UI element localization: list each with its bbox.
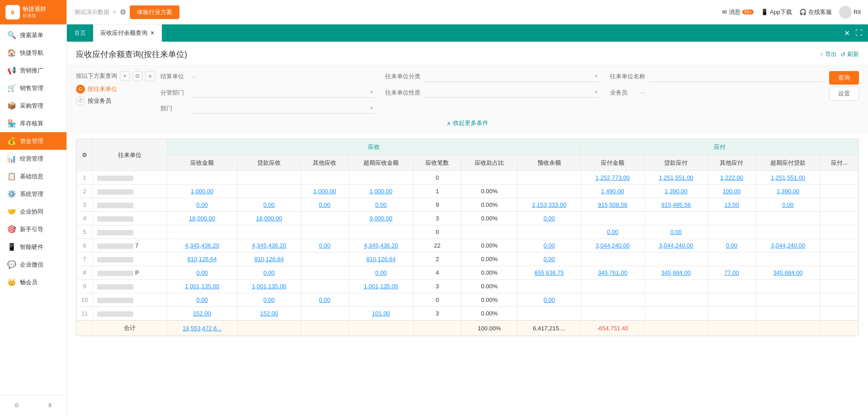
export-button[interactable]: ↑ 导出 bbox=[821, 50, 837, 58]
receivable-cell[interactable]: 4,345,436.20 bbox=[167, 239, 237, 253]
loan_recv-cell[interactable]: 0.00 bbox=[237, 293, 301, 307]
sidebar-item-member[interactable]: 👑畅会员 bbox=[0, 273, 66, 291]
field-input-pname[interactable] bbox=[649, 71, 824, 82]
table-settings-th[interactable]: ⚙ bbox=[77, 139, 93, 171]
tab-home[interactable]: 首页 bbox=[67, 24, 93, 42]
other_recv-cell[interactable]: 0.00 bbox=[301, 293, 349, 307]
loan_recv-cell[interactable]: 152.00 bbox=[237, 307, 301, 321]
loan_recv-cell[interactable]: 1,001,135.00 bbox=[237, 280, 301, 293]
prepay-cell[interactable]: 0.00 bbox=[518, 253, 581, 266]
sidebar-item-inventory[interactable]: 🏪库存核算 bbox=[0, 114, 66, 132]
prepay-cell[interactable]: 655,636.75 bbox=[518, 266, 581, 280]
receivable-cell[interactable]: 810,126.64 bbox=[167, 253, 237, 266]
add-scheme-btn[interactable]: + bbox=[120, 71, 130, 81]
sidebar-item-marketing[interactable]: 📢营销推广 bbox=[0, 62, 66, 79]
collapse-scheme-btn[interactable]: « bbox=[145, 71, 155, 81]
overdue_recv-cell[interactable]: 4,345,436.20 bbox=[349, 239, 413, 253]
overdue_pay-cell[interactable]: 345,684.00 bbox=[755, 266, 820, 280]
sidebar-item-finance[interactable]: 💰资金管理 bbox=[0, 132, 66, 150]
payable-cell[interactable]: 345,761.00 bbox=[581, 266, 644, 280]
collapse-btn[interactable]: ⏸ bbox=[44, 399, 56, 411]
receivable-cell[interactable]: 152.00 bbox=[167, 307, 237, 321]
overdue_pay-cell[interactable]: 1,251,551.00 bbox=[755, 171, 820, 185]
sidebar-item-sales[interactable]: 🛒销售管理 bbox=[0, 79, 66, 97]
overdue_recv-cell[interactable]: 0.00 bbox=[349, 266, 413, 280]
payable-cell[interactable]: 1,490.00 bbox=[581, 185, 644, 198]
scheme-by-partner[interactable]: G 按往来单位 bbox=[76, 85, 155, 94]
sidebar-item-base[interactable]: 📋基础信息 bbox=[0, 167, 66, 185]
loan_pay-cell[interactable]: 915,495.56 bbox=[644, 198, 708, 212]
service-action[interactable]: 🎧 在线客服 bbox=[799, 8, 832, 16]
receivable-cell[interactable]: 0.00 bbox=[167, 293, 237, 307]
tab-expand-btn[interactable]: ⛶ bbox=[854, 27, 864, 39]
other_pay-cell[interactable]: 1,222.00 bbox=[708, 171, 756, 185]
sidebar-item-wechat[interactable]: 💬企业微信 bbox=[0, 256, 66, 273]
settings-button[interactable]: 设置 bbox=[829, 86, 859, 101]
receivable-cell[interactable]: 1,001,135.00 bbox=[167, 280, 237, 293]
field-select-dept[interactable]: ▼ bbox=[191, 87, 374, 98]
other_recv-cell[interactable]: 1,000.00 bbox=[301, 185, 349, 198]
sidebar-item-operation[interactable]: 📊经营管理 bbox=[0, 150, 66, 167]
payable-cell[interactable]: 0.00 bbox=[581, 225, 644, 239]
sidebar-item-purchase[interactable]: 📦采购管理 bbox=[0, 97, 66, 114]
loan_pay-cell[interactable]: 1,390.00 bbox=[644, 185, 708, 198]
sidebar-item-quick[interactable]: 🏠快捷导航 bbox=[0, 44, 66, 62]
sidebar-item-hardware[interactable]: 📱智能硬件 bbox=[0, 238, 66, 256]
sidebar-item-corp[interactable]: 🤝企业协同 bbox=[0, 203, 66, 220]
overdue_recv-cell[interactable]: 1,000.00 bbox=[349, 185, 413, 198]
query-button[interactable]: 查询 bbox=[829, 71, 859, 85]
other_pay-cell[interactable]: 13.00 bbox=[708, 198, 756, 212]
user-menu[interactable]: Rit bbox=[839, 6, 861, 19]
receivable-cell[interactable]: 0.00 bbox=[167, 266, 237, 280]
other_recv-cell[interactable]: 0.00 bbox=[301, 198, 349, 212]
scheme-by-salesperson[interactable]: ⏱ 按业务员 bbox=[76, 96, 155, 105]
overdue_recv-cell[interactable]: 0.00 bbox=[349, 198, 413, 212]
tab-arbalance[interactable]: 应收应付余额查询 ✕ bbox=[93, 24, 162, 42]
prepay-cell[interactable]: 0.00 bbox=[518, 293, 581, 307]
loan_pay-cell[interactable]: 345,684.00 bbox=[644, 266, 708, 280]
refresh-button[interactable]: ↺ 刷新 bbox=[840, 50, 859, 58]
receivable-cell[interactable]: 18,000.00 bbox=[167, 212, 237, 225]
overdue_recv-cell[interactable]: 9,000.00 bbox=[349, 212, 413, 225]
message-action[interactable]: ✉ 消息 99+ bbox=[722, 8, 754, 16]
loan_recv-cell[interactable]: 0.00 bbox=[237, 198, 301, 212]
prepay-cell[interactable]: 0.00 bbox=[518, 212, 581, 225]
loan_recv-cell[interactable]: 18,000.00 bbox=[237, 212, 301, 225]
payable-cell[interactable]: 1,252,773.00 bbox=[581, 171, 644, 185]
tab-close-window-btn[interactable]: ✕ bbox=[842, 27, 852, 39]
collapse-bar[interactable]: ∧ 收起更多条件 bbox=[76, 119, 859, 127]
sidebar-item-system[interactable]: ⚙️系统管理 bbox=[0, 185, 66, 203]
loan_recv-cell[interactable]: 810,126.64 bbox=[237, 253, 301, 266]
field-select-pcategory[interactable]: ▼ bbox=[424, 72, 599, 82]
other_pay-cell[interactable]: 100.00 bbox=[708, 185, 756, 198]
other_pay-cell[interactable]: 0.00 bbox=[708, 239, 756, 253]
overdue_recv-cell[interactable]: 1,001,135.00 bbox=[349, 280, 413, 293]
loan_pay-cell[interactable]: 1,251,551.00 bbox=[644, 171, 708, 185]
field-ellipsis-settlement[interactable]: ··· bbox=[191, 73, 196, 80]
overdue_pay-cell[interactable]: 0.00 bbox=[755, 198, 820, 212]
loan_recv-cell[interactable]: 4,345,436.20 bbox=[237, 239, 301, 253]
payable-cell[interactable]: 915,508.56 bbox=[581, 198, 644, 212]
other_pay-cell[interactable]: 77.00 bbox=[708, 266, 756, 280]
overdue_recv-cell[interactable]: 101.00 bbox=[349, 307, 413, 321]
header-gear-icon[interactable]: ⚙ bbox=[120, 8, 126, 16]
other_recv-cell[interactable]: 0.00 bbox=[301, 239, 349, 253]
trial-button[interactable]: 体验行业方案 bbox=[130, 5, 179, 19]
prepay-cell[interactable]: 0.00 bbox=[518, 239, 581, 253]
overdue_pay-cell[interactable]: 3,044,240.00 bbox=[755, 239, 820, 253]
loan_pay-cell[interactable]: 0.00 bbox=[644, 225, 708, 239]
tab-close-icon[interactable]: ✕ bbox=[150, 30, 155, 36]
loan_recv-cell[interactable]: 0.00 bbox=[237, 266, 301, 280]
app-download-action[interactable]: 📱 App下载 bbox=[761, 8, 792, 16]
settings-bottom-btn[interactable]: ⚙ bbox=[11, 399, 22, 411]
overdue_recv-cell[interactable]: 810,126.64 bbox=[349, 253, 413, 266]
field-select-pnature[interactable]: ▼ bbox=[424, 87, 599, 98]
loan_pay-cell[interactable]: 3,044,240.00 bbox=[644, 239, 708, 253]
scheme-settings-btn[interactable]: ⊙ bbox=[132, 71, 142, 81]
field-ellipsis-salesperson[interactable]: ··· bbox=[641, 89, 646, 96]
receivable-cell[interactable]: 1,000.00 bbox=[167, 185, 237, 198]
prepay-cell[interactable]: 2,153,333.00 bbox=[518, 198, 581, 212]
total-recv-amount[interactable]: 19,553,472,6... bbox=[167, 320, 237, 336]
receivable-cell[interactable]: 0.00 bbox=[167, 198, 237, 212]
overdue_pay-cell[interactable]: 1,390.00 bbox=[755, 185, 820, 198]
